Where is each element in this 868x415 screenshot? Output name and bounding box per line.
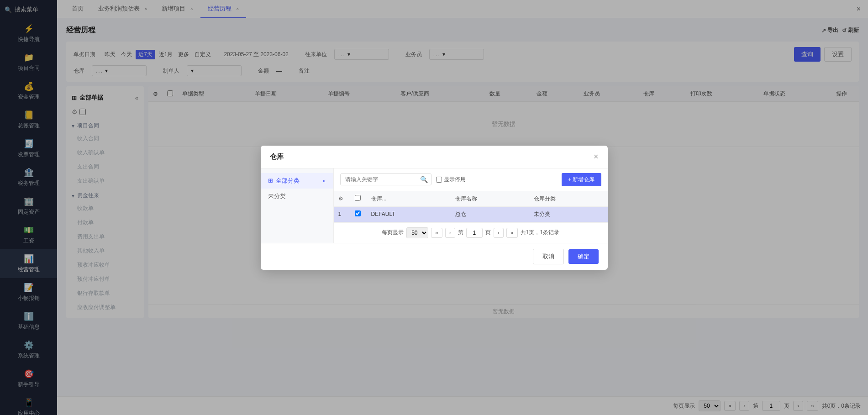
modal-header: 仓库 × — [261, 146, 608, 168]
warehouse-modal: 仓库 × ⊞ 全部分类 « 未分类 — [261, 146, 608, 270]
modal-category-uncategorized-label: 未分类 — [268, 192, 286, 200]
modal-search-icon: 🔍 — [420, 176, 428, 183]
modal-total-info: 共1页，1条记录 — [521, 229, 559, 236]
modal-body: ⊞ 全部分类 « 未分类 🔍 显示停用 — [261, 168, 608, 243]
warehouse-table: ⚙ 仓库... 仓库名称 仓库分类 1 DEFAULT — [334, 191, 608, 222]
modal-left-panel: ⊞ 全部分类 « 未分类 — [261, 168, 334, 243]
show-disabled-checkbox[interactable]: 显示停用 — [436, 176, 466, 184]
modal-per-page-label: 每页显示 — [382, 229, 404, 236]
modal-category-all[interactable]: ⊞ 全部分类 « — [261, 173, 333, 189]
modal-page-word: 第 — [458, 229, 463, 236]
modal-category-uncategorized[interactable]: 未分类 — [261, 189, 333, 204]
show-disabled-label: 显示停用 — [444, 176, 466, 184]
disabled-checkbox[interactable] — [436, 177, 442, 183]
row-code: DEFAULT — [367, 206, 451, 222]
th-wh-name: 仓库名称 — [451, 191, 529, 207]
gear-icon[interactable]: ⚙ — [338, 195, 343, 202]
row-check — [350, 206, 367, 222]
modal-page-input[interactable] — [466, 228, 483, 238]
modal-footer: 取消 确定 — [261, 243, 608, 270]
confirm-btn[interactable]: 确定 — [568, 249, 599, 264]
th-wh-category: 仓库分类 — [529, 191, 608, 207]
modal-select-all[interactable] — [355, 195, 361, 201]
modal-overlay: 仓库 × ⊞ 全部分类 « 未分类 — [0, 0, 868, 415]
modal-right-panel: 🔍 显示停用 + 新增仓库 ⚙ — [334, 168, 608, 243]
row-num: 1 — [334, 206, 350, 222]
modal-per-page-select[interactable]: 50 — [406, 227, 428, 238]
modal-next-page[interactable]: › — [494, 228, 504, 238]
row-name: 总仓 — [451, 206, 529, 222]
row-checkbox[interactable] — [355, 210, 361, 216]
th-check — [350, 191, 367, 207]
modal-close-btn[interactable]: × — [594, 152, 599, 162]
add-warehouse-btn[interactable]: + 新增仓库 — [562, 173, 601, 186]
grid-icon: ⊞ — [268, 177, 273, 184]
th-wh-code: 仓库... — [367, 191, 451, 207]
modal-category-all-label: 全部分类 — [276, 177, 300, 185]
th-gear: ⚙ — [334, 191, 350, 207]
modal-page-label: 页 — [485, 229, 491, 236]
cancel-btn[interactable]: 取消 — [533, 249, 564, 264]
table-row[interactable]: 1 DEFAULT 总仓 未分类 — [334, 206, 608, 222]
collapse-icon[interactable]: « — [323, 178, 326, 184]
row-category: 未分类 — [529, 206, 608, 222]
modal-search-input[interactable] — [340, 173, 431, 185]
modal-first-page[interactable]: « — [431, 228, 442, 238]
modal-table: ⚙ 仓库... 仓库名称 仓库分类 1 DEFAULT — [334, 191, 608, 222]
modal-search-wrap: 🔍 — [340, 173, 431, 185]
modal-pagination: 每页显示 50 « ‹ 第 页 › » 共1页，1条记录 — [334, 222, 608, 243]
modal-title: 仓库 — [270, 152, 284, 161]
modal-last-page[interactable]: » — [506, 228, 518, 238]
modal-prev-page[interactable]: ‹ — [445, 228, 455, 238]
modal-table-header: ⚙ 仓库... 仓库名称 仓库分类 — [334, 191, 608, 207]
modal-toolbar: 🔍 显示停用 + 新增仓库 — [334, 168, 608, 191]
